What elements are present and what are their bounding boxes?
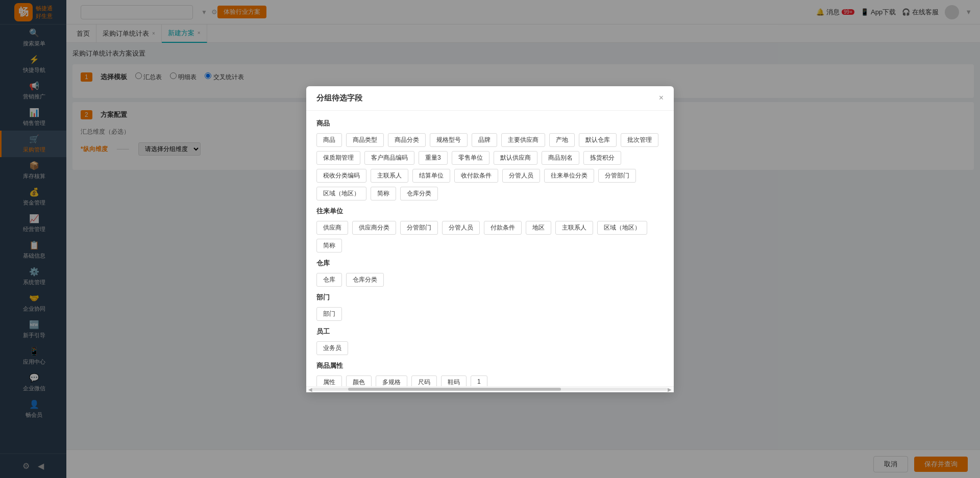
field-tag-0-19[interactable]: 收付款条件	[454, 169, 498, 183]
field-tag-5-0[interactable]: 属性	[316, 375, 342, 386]
field-tag-1-1[interactable]: 供应商分类	[352, 221, 396, 235]
field-tag-1-6[interactable]: 主联系人	[555, 221, 593, 235]
modal-close-icon[interactable]: ×	[659, 93, 664, 103]
field-tag-0-21[interactable]: 往来单位分类	[544, 169, 594, 183]
field-tag-1-4[interactable]: 付款条件	[484, 221, 522, 235]
field-tag-3-0[interactable]: 部门	[316, 307, 342, 321]
field-tag-0-24[interactable]: 简称	[371, 187, 396, 200]
field-tag-1-2[interactable]: 分管部门	[400, 221, 438, 235]
field-tag-4-0[interactable]: 业务员	[316, 341, 348, 355]
modal-body: 商品商品商品类型商品分类规格型号品牌主要供应商产地默认仓库批次管理保质期管理客户…	[306, 111, 674, 386]
field-tag-5-4[interactable]: 鞋码	[441, 375, 467, 386]
field-tag-5-1[interactable]: 颜色	[346, 375, 372, 386]
field-tag-2-0[interactable]: 仓库	[316, 273, 342, 287]
hscroll-thumb	[348, 388, 561, 391]
field-tag-0-9[interactable]: 保质期管理	[316, 151, 360, 165]
field-tag-0-7[interactable]: 默认仓库	[579, 133, 617, 147]
hscroll-left-icon[interactable]: ◀	[308, 387, 312, 392]
field-tag-0-5[interactable]: 主要供应商	[501, 133, 545, 147]
field-tag-0-12[interactable]: 零售单位	[452, 151, 489, 165]
field-tag-5-3[interactable]: 尺码	[411, 375, 437, 386]
field-tag-0-17[interactable]: 主联系人	[371, 169, 408, 183]
field-tag-0-8[interactable]: 批次管理	[621, 133, 658, 147]
field-tag-0-22[interactable]: 分管部门	[598, 169, 636, 183]
field-tags-2: 仓库仓库分类	[316, 273, 664, 287]
field-tag-0-14[interactable]: 商品别名	[542, 151, 579, 165]
field-tag-0-15[interactable]: 拣货积分	[583, 151, 621, 165]
field-tag-0-18[interactable]: 结算单位	[412, 169, 450, 183]
field-group-title-1: 往来单位	[316, 207, 664, 216]
field-tag-0-11[interactable]: 重量3	[419, 151, 448, 165]
field-tag-0-13[interactable]: 默认供应商	[494, 151, 537, 165]
field-tags-4: 业务员	[316, 341, 664, 355]
field-tag-0-0[interactable]: 商品	[316, 133, 342, 147]
field-group-title-4: 员工	[316, 327, 664, 336]
field-tag-5-5[interactable]: 1	[471, 375, 487, 386]
field-tag-0-4[interactable]: 品牌	[472, 133, 497, 147]
field-tags-5: 属性颜色多规格尺码鞋码1	[316, 375, 664, 386]
field-tag-0-6[interactable]: 产地	[549, 133, 575, 147]
field-tag-0-16[interactable]: 税收分类编码	[316, 169, 366, 183]
modal-title: 分组待选字段	[316, 93, 362, 103]
hscroll-right-icon[interactable]: ▶	[668, 387, 672, 392]
field-tags-1: 供应商供应商分类分管部门分管人员付款条件地区主联系人区域（地区）简称	[316, 221, 664, 253]
field-tag-1-0[interactable]: 供应商	[316, 221, 348, 235]
field-tag-1-7[interactable]: 区域（地区）	[597, 221, 647, 235]
field-tag-5-2[interactable]: 多规格	[376, 375, 407, 386]
field-tag-0-23[interactable]: 区域（地区）	[316, 187, 366, 200]
field-tag-0-1[interactable]: 商品类型	[346, 133, 384, 147]
modal-hscroll: ◀ ▶	[306, 386, 674, 392]
field-tags-3: 部门	[316, 307, 664, 321]
hscroll-track[interactable]	[312, 388, 668, 391]
modal-header: 分组待选字段 ×	[306, 86, 674, 111]
field-tag-1-8[interactable]: 简称	[316, 239, 342, 253]
modal: 分组待选字段 × 商品商品商品类型商品分类规格型号品牌主要供应商产地默认仓库批次…	[306, 86, 674, 392]
field-tag-0-3[interactable]: 规格型号	[430, 133, 468, 147]
field-group-title-5: 商品属性	[316, 361, 664, 370]
field-tag-0-25[interactable]: 仓库分类	[400, 187, 438, 200]
field-group-title-2: 仓库	[316, 259, 664, 268]
field-tag-0-2[interactable]: 商品分类	[388, 133, 426, 147]
field-tag-0-10[interactable]: 客户商品编码	[364, 151, 414, 165]
field-tags-0: 商品商品类型商品分类规格型号品牌主要供应商产地默认仓库批次管理保质期管理客户商品…	[316, 133, 664, 200]
field-group-title-0: 商品	[316, 119, 664, 128]
field-tag-1-3[interactable]: 分管人员	[442, 221, 480, 235]
field-tag-0-20[interactable]: 分管人员	[502, 169, 540, 183]
field-tag-2-1[interactable]: 仓库分类	[346, 273, 384, 287]
modal-overlay: 分组待选字段 × 商品商品商品类型商品分类规格型号品牌主要供应商产地默认仓库批次…	[0, 0, 980, 478]
field-group-title-3: 部门	[316, 293, 664, 302]
field-tag-1-5[interactable]: 地区	[526, 221, 551, 235]
